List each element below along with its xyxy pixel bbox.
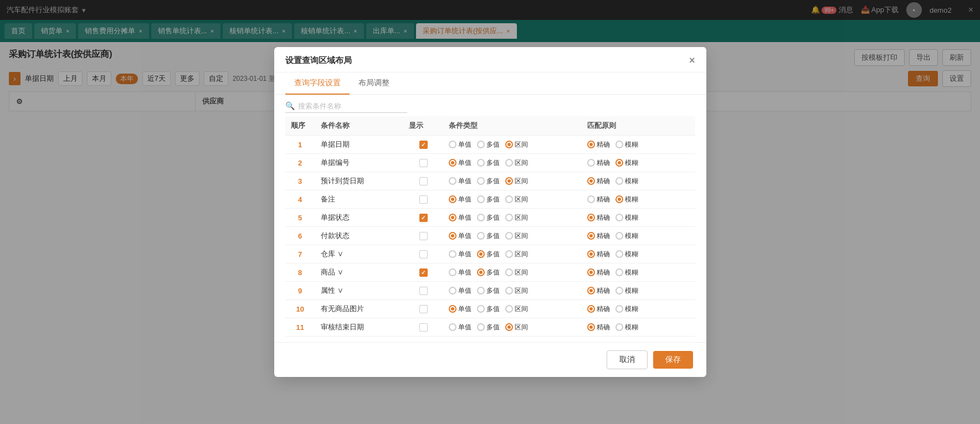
dialog-close-icon[interactable]: × xyxy=(689,55,695,66)
radio-exact[interactable]: 精确 xyxy=(587,304,610,314)
row-order: 5 xyxy=(285,209,315,227)
radio-fuzzy[interactable]: 模糊 xyxy=(615,286,638,296)
radio-range[interactable]: 区间 xyxy=(505,213,528,223)
radio-range[interactable]: 区间 xyxy=(505,304,528,314)
radio-range[interactable]: 区间 xyxy=(505,323,528,332)
dialog-title: 设置查询区域布局 xyxy=(285,55,352,66)
checkbox-display[interactable] xyxy=(419,195,428,204)
radio-multi[interactable]: 多值 xyxy=(477,158,500,168)
row-match: 精确模糊 xyxy=(582,318,695,337)
checkbox-display[interactable] xyxy=(419,141,428,149)
radio-range[interactable]: 区间 xyxy=(505,195,528,204)
checkbox-display[interactable] xyxy=(419,268,428,277)
radio-multi[interactable]: 多值 xyxy=(477,268,500,277)
save-button[interactable]: 保存 xyxy=(653,351,693,369)
radio-range[interactable]: 区间 xyxy=(505,158,528,168)
checkbox-display[interactable] xyxy=(419,323,428,332)
radio-single[interactable]: 单值 xyxy=(449,323,471,332)
checkbox-display[interactable] xyxy=(419,214,428,222)
row-name: 审核结束日期 xyxy=(315,318,403,337)
radio-range[interactable]: 区间 xyxy=(505,177,528,186)
radio-range[interactable]: 区间 xyxy=(505,231,528,241)
checkbox-display[interactable] xyxy=(419,250,428,258)
radio-exact[interactable]: 精确 xyxy=(587,177,610,186)
radio-single[interactable]: 单值 xyxy=(449,268,471,277)
tab-layout[interactable]: 布局调整 xyxy=(350,73,398,95)
row-name: 单据状态 xyxy=(315,209,403,227)
radio-exact[interactable]: 精确 xyxy=(587,286,610,296)
radio-single[interactable]: 单值 xyxy=(449,140,471,149)
row-match: 精确模糊 xyxy=(582,154,695,172)
search-input[interactable] xyxy=(298,102,398,110)
row-name: 有无商品图片 xyxy=(315,300,403,318)
row-order: 1 xyxy=(285,136,315,154)
radio-exact[interactable]: 精确 xyxy=(587,231,610,241)
row-match: 精确模糊 xyxy=(582,190,695,209)
radio-single[interactable]: 单值 xyxy=(449,231,471,241)
radio-fuzzy[interactable]: 模糊 xyxy=(615,323,638,332)
radio-range[interactable]: 区间 xyxy=(505,140,528,149)
radio-fuzzy[interactable]: 模糊 xyxy=(615,250,638,259)
radio-single[interactable]: 单值 xyxy=(449,195,471,204)
tab-fields[interactable]: 查询字段设置 xyxy=(285,73,350,95)
radio-multi[interactable]: 多值 xyxy=(477,304,500,314)
checkbox-display[interactable] xyxy=(419,232,428,240)
radio-multi[interactable]: 多值 xyxy=(477,213,500,223)
radio-fuzzy[interactable]: 模糊 xyxy=(615,268,638,277)
radio-fuzzy[interactable]: 模糊 xyxy=(615,304,638,314)
radio-multi[interactable]: 多值 xyxy=(477,250,500,259)
table-row: 2单据编号单值多值区间精确模糊 xyxy=(285,154,695,172)
dialog-header: 设置查询区域布局 × xyxy=(274,47,706,73)
radio-multi[interactable]: 多值 xyxy=(477,286,500,296)
table-row: 11审核结束日期单值多值区间精确模糊 xyxy=(285,318,695,337)
radio-range[interactable]: 区间 xyxy=(505,250,528,259)
table-row: 7仓库 ∨单值多值区间精确模糊 xyxy=(285,245,695,263)
cancel-button[interactable]: 取消 xyxy=(607,350,648,369)
radio-multi[interactable]: 多值 xyxy=(477,177,500,186)
row-name: 单据编号 xyxy=(315,154,403,172)
header-order: 顺序 xyxy=(285,116,315,136)
radio-multi[interactable]: 多值 xyxy=(477,323,500,332)
radio-exact[interactable]: 精确 xyxy=(587,213,610,223)
radio-single[interactable]: 单值 xyxy=(449,304,471,314)
row-type: 单值多值区间 xyxy=(443,136,582,154)
radio-range[interactable]: 区间 xyxy=(505,268,528,277)
checkbox-display[interactable] xyxy=(419,305,428,313)
row-type: 单值多值区间 xyxy=(443,154,582,172)
radio-fuzzy[interactable]: 模糊 xyxy=(615,231,638,241)
row-name: 预计到货日期 xyxy=(315,172,403,190)
table-row: 10有无商品图片单值多值区间精确模糊 xyxy=(285,300,695,318)
row-order: 2 xyxy=(285,154,315,172)
radio-single[interactable]: 单值 xyxy=(449,250,471,259)
radio-multi[interactable]: 多值 xyxy=(477,195,500,204)
checkbox-display[interactable] xyxy=(419,177,428,185)
row-display-checkbox xyxy=(403,300,444,318)
radio-single[interactable]: 单值 xyxy=(449,158,471,168)
row-name: 商品 ∨ xyxy=(315,263,403,282)
radio-single[interactable]: 单值 xyxy=(449,213,471,223)
radio-exact[interactable]: 精确 xyxy=(587,195,610,204)
radio-exact[interactable]: 精确 xyxy=(587,323,610,332)
radio-exact[interactable]: 精确 xyxy=(587,250,610,259)
row-order: 11 xyxy=(285,318,315,337)
radio-single[interactable]: 单值 xyxy=(449,286,471,296)
radio-fuzzy[interactable]: 模糊 xyxy=(615,195,638,204)
radio-fuzzy[interactable]: 模糊 xyxy=(615,177,638,186)
row-display-checkbox xyxy=(403,154,444,172)
checkbox-display[interactable] xyxy=(419,159,428,167)
radio-fuzzy[interactable]: 模糊 xyxy=(615,158,638,168)
row-name: 仓库 ∨ xyxy=(315,245,403,263)
row-match: 精确模糊 xyxy=(582,263,695,282)
radio-multi[interactable]: 多值 xyxy=(477,231,500,241)
checkbox-display[interactable] xyxy=(419,287,428,295)
radio-exact[interactable]: 精确 xyxy=(587,140,610,149)
radio-single[interactable]: 单值 xyxy=(449,177,471,186)
radio-range[interactable]: 区间 xyxy=(505,286,528,296)
radio-multi[interactable]: 多值 xyxy=(477,140,500,149)
radio-exact[interactable]: 精确 xyxy=(587,268,610,277)
row-display-checkbox xyxy=(403,263,444,282)
radio-fuzzy[interactable]: 模糊 xyxy=(615,213,638,223)
row-match: 精确模糊 xyxy=(582,245,695,263)
radio-exact[interactable]: 精确 xyxy=(587,158,610,168)
radio-fuzzy[interactable]: 模糊 xyxy=(615,140,638,149)
